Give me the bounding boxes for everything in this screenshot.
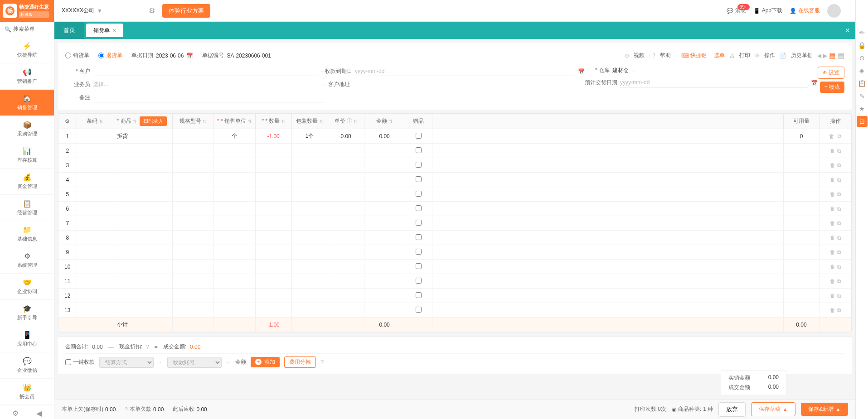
copy-icon[interactable]: ⧉ — [837, 148, 841, 154]
row-unit[interactable]: 个 — [213, 129, 255, 144]
company-selector[interactable]: XXXXXX公司 ▼ — [62, 7, 143, 14]
customer-addr-dots[interactable]: ··· — [580, 82, 585, 88]
customer-addr-input[interactable] — [353, 80, 577, 89]
sidebar-item-system[interactable]: ⚙ 系统管理 — [0, 247, 54, 274]
calendar-icon[interactable]: 📅 — [186, 53, 193, 59]
operation-btn[interactable]: 操作 — [761, 51, 778, 60]
sidebar-item-finance[interactable]: 💰 资金管理 — [0, 169, 54, 195]
right-panel-btn-1[interactable]: ✏ — [857, 27, 868, 38]
settings-bottom-icon[interactable]: ⚙ — [12, 409, 19, 418]
settings-btn[interactable]: ⊕ 设置 — [818, 67, 844, 79]
gift-checkbox[interactable] — [416, 307, 422, 313]
row-remark[interactable] — [432, 129, 783, 144]
gift-checkbox[interactable] — [416, 220, 422, 226]
note-input[interactable] — [93, 93, 325, 102]
sidebar-item-marketing[interactable]: 📢 营销推广 — [0, 63, 54, 90]
grid-view-icon[interactable]: ▦ — [829, 51, 836, 60]
salesperson-input[interactable] — [93, 80, 318, 89]
delete-icon[interactable]: 🗑 — [830, 148, 835, 154]
sort-qty-icon[interactable]: ⇅ — [281, 119, 285, 124]
right-panel-btn-4[interactable]: ◈ — [857, 65, 868, 76]
delete-icon[interactable]: 🗑 — [830, 235, 835, 241]
delete-icon[interactable]: 🗑 — [830, 206, 835, 212]
right-panel-btn-8[interactable]: ⊡ — [857, 116, 868, 127]
topbar-gear-icon[interactable]: ⚙ — [149, 6, 155, 15]
delete-icon[interactable]: 🗑 — [829, 133, 834, 140]
shortcut-btn[interactable]: ⌨ 快捷键 — [679, 51, 709, 60]
gift-checkbox[interactable] — [416, 278, 422, 284]
return-radio-input[interactable] — [98, 53, 104, 58]
sort-amount-icon[interactable]: ⇅ — [389, 119, 393, 124]
right-panel-btn-6[interactable]: ✎ — [857, 91, 868, 101]
video-btn[interactable]: 视频 — [631, 51, 647, 60]
copy-icon[interactable]: ⧉ — [837, 278, 841, 284]
copy-icon[interactable]: ⧉ — [837, 307, 841, 313]
logistics-btn[interactable]: + 物流 — [820, 82, 844, 93]
delete-icon[interactable]: 🗑 — [830, 293, 835, 299]
right-panel-btn-2[interactable]: 🔒 — [857, 40, 868, 51]
delete-icon[interactable]: 🗑 — [830, 177, 835, 183]
gift-checkbox[interactable] — [416, 263, 422, 269]
gift-checkbox[interactable] — [416, 249, 422, 255]
fee-split-btn[interactable]: 费用分摊 — [284, 356, 316, 368]
trial-btn[interactable]: 体验行业方案 — [162, 4, 210, 18]
fee-help-icon[interactable]: ? — [320, 359, 324, 366]
sidebar-item-quick-nav[interactable]: ⚡ 快捷导航 — [0, 37, 54, 63]
gift-checkbox[interactable] — [416, 292, 422, 298]
payment-method-select[interactable]: 结算方式 — [99, 357, 154, 368]
sort-product-icon[interactable]: ⇅ — [133, 119, 136, 124]
gift-checkbox[interactable] — [416, 176, 422, 182]
gift-checkbox[interactable] — [416, 147, 422, 153]
delete-icon[interactable]: 🗑 — [830, 278, 835, 284]
save-new-btn[interactable]: 保存&新增 ▲ — [801, 403, 848, 416]
sort-spec-icon[interactable]: ⇅ — [203, 119, 206, 124]
next-icon[interactable]: ▶ — [823, 53, 827, 59]
sort-unit-icon[interactable]: ⇅ — [248, 119, 252, 124]
sidebar-item-operation[interactable]: 📋 经营管理 — [0, 195, 54, 221]
app-download-btn[interactable]: 📱 App下载 — [753, 7, 782, 14]
sidebar-item-appstore[interactable]: 📱 应用中心 — [0, 326, 54, 352]
online-service-btn[interactable]: 👤 在线客服 — [790, 7, 820, 14]
copy-icon[interactable]: ⧉ — [837, 293, 841, 299]
sort-pkg-icon[interactable]: ⇅ — [320, 119, 323, 124]
gift-checkbox[interactable] — [416, 133, 422, 139]
select-btn[interactable]: 选单 — [711, 51, 727, 60]
history-btn[interactable]: 历史单据 — [788, 51, 815, 60]
sales-bill-radio[interactable]: 销货单 — [65, 52, 89, 59]
collapse-icon[interactable]: ◀ — [36, 409, 42, 418]
sidebar-item-wechat[interactable]: 💬 企业微信 — [0, 352, 54, 379]
close-all-tabs-icon[interactable]: × — [845, 26, 855, 35]
copy-icon[interactable]: ⧉ — [837, 191, 841, 197]
scan-btn[interactable]: 扫码录入 — [140, 116, 167, 126]
delete-icon[interactable]: 🗑 — [830, 307, 835, 313]
sidebar-item-purchase[interactable]: 📦 采购管理 — [0, 116, 54, 142]
copy-icon[interactable]: ⧉ — [837, 177, 841, 183]
delete-icon[interactable]: 🗑 — [830, 220, 835, 226]
copy-icon[interactable]: ⧉ — [837, 220, 841, 226]
copy-icon[interactable]: ⧉ — [837, 264, 841, 270]
customer-dots[interactable]: ··· — [320, 68, 325, 75]
payment-account-select[interactable]: 收款账号 — [167, 357, 222, 368]
expected-calendar-icon[interactable]: 📅 — [811, 80, 818, 86]
payment-checkbox-label[interactable]: 一键收款 — [65, 358, 95, 366]
tab-close-icon[interactable]: × — [112, 27, 116, 34]
discard-btn[interactable]: 放弃 — [718, 402, 746, 417]
delete-icon[interactable]: 🗑 — [830, 249, 835, 255]
sidebar-item-base[interactable]: 📁 基础信息 — [0, 221, 54, 247]
user-avatar[interactable] — [827, 4, 841, 18]
th-settings[interactable]: ⚙ — [58, 114, 77, 129]
gift-checkbox[interactable] — [416, 205, 422, 211]
row-spec[interactable] — [173, 129, 213, 144]
sidebar-item-enterprise[interactable]: 🤝 企业协同 — [0, 274, 54, 300]
delete-icon[interactable]: 🗑 — [830, 162, 835, 169]
gift-checkbox[interactable] — [416, 162, 422, 168]
payment-date-input[interactable] — [355, 67, 575, 76]
sidebar-item-guide[interactable]: 🎓 新手引导 — [0, 300, 54, 326]
search-menu[interactable]: 🔍 搜索菜单 — [0, 22, 54, 37]
sidebar-item-member[interactable]: 👑 畅会员 — [0, 379, 54, 405]
prev-icon[interactable]: ◀ — [817, 53, 821, 59]
gift-checkbox[interactable] — [416, 234, 422, 240]
print-btn[interactable]: 打印 — [737, 51, 753, 60]
delete-icon[interactable]: 🗑 — [830, 191, 835, 197]
help-btn[interactable]: 帮助 — [657, 51, 674, 60]
